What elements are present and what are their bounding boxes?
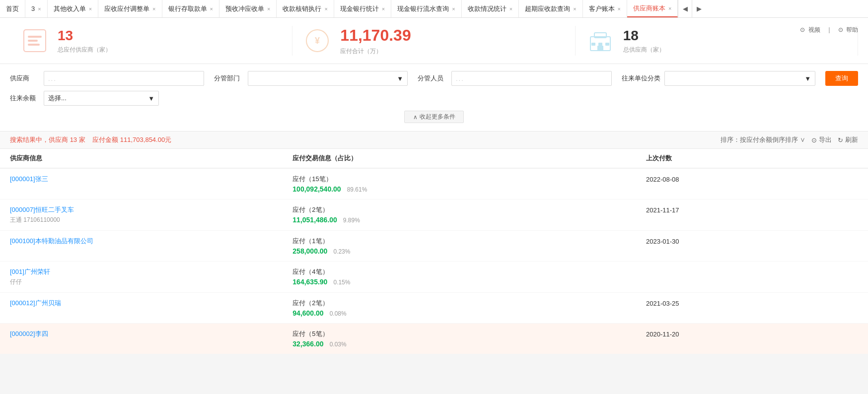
nav-close-customer-book[interactable]: × [618,6,621,12]
trans-label-1: 应付（2笔） [292,205,646,214]
supplier-link-1[interactable]: [000007]恒旺二手叉车 [10,206,74,213]
nav-item-customer-book-label: 客户账本 [589,4,615,13]
nav-item-customer-book[interactable]: 客户账本 × [583,0,627,17]
nav-item-receipt-stat-label: 收款情况统计 [468,4,506,13]
trans-amount-2[interactable]: 258,000.00 [292,247,327,255]
nav-item-home[interactable]: 首页 [0,0,25,17]
nav-item-other-income[interactable]: 其他收入单 × [48,0,98,17]
supplier-input[interactable]: ... [44,71,204,86]
collapse-button[interactable]: ∧ 收起更多条件 [404,111,464,123]
nav-next-arrow[interactable]: ▶ [692,0,706,18]
nav-close-ar-ap-adjust[interactable]: × [152,6,155,12]
nav-close-supplier-book[interactable]: × [668,5,671,11]
nav-close-overdue-ar[interactable]: × [573,6,576,12]
trans-amount-5[interactable]: 32,366.00 [292,340,323,348]
col-header-transaction: 应付交易信息（占比） [292,154,646,163]
supplier-info-0: [000001]张三 [10,175,292,184]
nav-item-overdue-ar[interactable]: 超期应收款查询 × [519,0,582,17]
filter-person: 分管人员 ... [418,71,612,86]
supplier-link-3[interactable]: [001]广州荣轩 [10,268,50,275]
nav-item-receipt-stat[interactable]: 收款情况统计 × [462,0,519,17]
export-button[interactable]: ⊙ 导出 [811,135,832,144]
nav-close-tab3[interactable]: × [38,6,41,12]
trans-amount-0[interactable]: 100,092,540.00 [292,185,341,193]
nav-prev-arrow[interactable]: ◀ [678,0,692,18]
supplier-info-3: [001]广州荣轩 仔仔 [10,267,292,286]
category-select[interactable]: ▼ [664,71,816,86]
trans-row-5: 32,366.00 0.03% [292,338,646,348]
nav-item-tab3[interactable]: 3 × [25,0,48,17]
nav-item-prepay-ar-label: 预收冲应收单 [225,4,264,13]
balance-arrow: ▼ [148,95,154,102]
person-dots: ... [456,75,464,82]
last-pay-2: 2023-01-30 [646,237,858,245]
nav-close-bank-deposit[interactable]: × [210,6,213,12]
last-pay-4: 2021-03-25 [646,299,858,307]
ap-suppliers-content: 13 总应付供应商（家） [58,27,111,55]
nav-item-cash-flow-query-label: 现金银行流水查询 [397,4,449,13]
refresh-icon: ↻ [838,136,843,144]
total-suppliers-content: 18 总供应商（家） [623,27,665,55]
balance-label: 往来余额 [10,94,40,103]
table-row[interactable]: [000002]李四 应付（5笔） 32,366.00 0.03% 2020-1… [0,324,868,354]
trans-amount-4[interactable]: 94,600.00 [292,309,323,317]
supplier-info-4: [000012]广州贝瑞 [10,299,292,308]
total-suppliers-number: 18 [623,27,665,44]
filter-row-2: 往来余额 选择... ▼ [10,91,858,106]
summary-card-ap-suppliers: 13 总应付供应商（家） [10,26,292,56]
table-row[interactable]: [000012]广州贝瑞 应付（2笔） 94,600.00 0.08% 2021… [0,293,868,324]
trans-row-2: 258,000.00 0.23% [292,246,646,255]
nav-item-cash-bank-stat-label: 现金银行统计 [340,4,379,13]
filter-supplier: 供应商 ... [10,71,204,86]
nav-close-prepay-ar[interactable]: × [267,6,270,12]
trans-info-0: 应付（15笔） 100,092,540.00 89.61% [292,175,646,193]
person-input[interactable]: ... [451,71,612,86]
nav-item-receipt-verify[interactable]: 收款核销执行 × [277,0,334,17]
ap-total-number: 11,170.39 [340,26,411,45]
ap-total-icon: ¥ [302,26,332,56]
supplier-link-4[interactable]: [000012]广州贝瑞 [10,299,61,307]
trans-label-4: 应付（2笔） [292,299,646,308]
total-suppliers-icon [585,26,615,56]
nav-item-supplier-book[interactable]: 供应商账本 × [627,0,678,17]
table-body: [000001]张三 应付（15笔） 100,092,540.00 89.61%… [0,169,868,354]
supplier-link-5[interactable]: [000002]李四 [10,330,48,337]
refresh-label: 刷新 [845,135,858,144]
nav-close-cash-bank-stat[interactable]: × [382,6,385,12]
help-link[interactable]: ⊙ 帮助 [838,26,858,34]
nav-item-other-income-label: 其他收入单 [54,4,86,13]
nav-item-prepay-ar[interactable]: 预收冲应收单 × [219,0,277,17]
nav-close-other-income[interactable]: × [89,6,92,12]
nav-close-cash-flow-query[interactable]: × [452,6,455,12]
table-row[interactable]: [000100]本特勤油品有限公司 应付（1笔） 258,000.00 0.23… [0,231,868,262]
nav-item-bank-deposit[interactable]: 银行存取款单 × [162,0,219,17]
table-row[interactable]: [000001]张三 应付（15笔） 100,092,540.00 89.61%… [0,169,868,199]
video-link[interactable]: ⊙ 视频 [800,26,820,34]
trans-info-4: 应付（2笔） 94,600.00 0.08% [292,299,646,317]
nav-item-cash-flow-query[interactable]: 现金银行流水查询 × [391,0,461,17]
supplier-info-2: [000100]本特勤油品有限公司 [10,237,292,246]
trans-label-3: 应付（4笔） [292,267,646,276]
ap-suppliers-icon [20,26,50,56]
filter-row-1: 供应商 ... 分管部门 ▼ 分管人员 ... 往来单位分类 ▼ [10,71,858,86]
last-pay-1: 2021-11-17 [646,205,858,214]
refresh-button[interactable]: ↻ 刷新 [838,135,858,144]
dept-select[interactable]: ▼ [248,71,408,86]
nav-item-ar-ap-adjust[interactable]: 应收应付调整单 × [98,0,162,17]
nav-close-receipt-stat[interactable]: × [509,6,512,12]
trans-amount-1[interactable]: 11,051,486.00 [292,216,337,224]
table-row[interactable]: [000007]恒旺二手叉车 王通 17106110000 应付（2笔） 11,… [0,199,868,231]
nav-item-home-label: 首页 [6,4,19,13]
supplier-link-0[interactable]: [000001]张三 [10,175,48,183]
trans-amount-3[interactable]: 164,635.90 [292,278,327,286]
nav-item-cash-bank-stat[interactable]: 现金银行统计 × [334,0,391,17]
collapse-icon: ∧ [413,114,418,121]
last-pay-5: 2020-11-20 [646,329,858,338]
table-header: 供应商信息 应付交易信息（占比） 上次付数 [0,149,868,169]
balance-select[interactable]: 选择... ▼ [44,91,159,106]
table-row[interactable]: [001]广州荣轩 仔仔 应付（4笔） 164,635.90 0.15% [0,262,868,293]
nav-close-receipt-verify[interactable]: × [324,6,327,12]
search-button[interactable]: 查询 [825,71,858,86]
trans-row-0: 100,092,540.00 89.61% [292,184,646,193]
supplier-link-2[interactable]: [000100]本特勤油品有限公司 [10,237,93,245]
